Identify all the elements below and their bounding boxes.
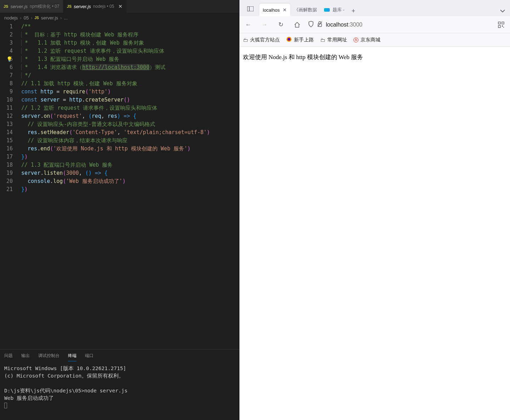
folder-icon: 🗀 <box>320 37 325 43</box>
reload-button[interactable]: ↻ <box>276 19 286 30</box>
code-line[interactable]: * 1.2 监听 request 请求事件，设置响应头和响应体 <box>21 47 239 55</box>
browser-toolbar: ← → ↻ localhost:3000 <box>239 16 510 33</box>
code-line[interactable]: // 1.1 加载 http 模块，创建 Web 服务对象 <box>21 80 239 88</box>
code-line[interactable]: // 1.3 配置端口号并启动 Web 服务 <box>21 161 239 169</box>
svg-rect-0 <box>247 6 254 11</box>
tab-label: 题库 - <box>333 7 345 13</box>
bookmark-jd[interactable]: 东 京东商城 <box>353 37 380 43</box>
tab-terminal[interactable]: 终端 <box>68 351 76 361</box>
url-port: :3000 <box>348 22 362 28</box>
close-icon[interactable]: ✕ <box>283 7 287 13</box>
chevron-right-icon: › <box>60 15 62 21</box>
tab-label: 《画解数据 <box>294 7 317 13</box>
jd-icon: 东 <box>353 38 358 42</box>
terminal-panel: 问题 输出 调试控制台 终端 端口 Microsoft Windows [版本 … <box>0 349 239 420</box>
bookmark-firefox-official[interactable]: 🗀 火狐官方站点 <box>243 37 280 43</box>
bookmark-label: 常用网址 <box>327 37 347 43</box>
browser-tab-strip: localhos ✕ 《画解数据 题库 - + <box>239 0 510 16</box>
tabs-overflow-button[interactable] <box>497 6 508 16</box>
breadcrumb[interactable]: nodejs › 05 › JS server.js › ... <box>0 13 239 23</box>
folder-icon: 🗀 <box>243 37 248 43</box>
svg-rect-4 <box>498 22 500 24</box>
tab-server-js-05[interactable]: JS server.js nodejs • 05 ✕ <box>63 0 127 13</box>
tab-server-js-07[interactable]: JS server.js npm模块化 • 07 <box>0 0 63 13</box>
new-tab-button[interactable]: + <box>348 6 359 16</box>
terminal-tabs: 问题 输出 调试控制台 终端 端口 <box>0 350 239 362</box>
svg-rect-5 <box>502 22 504 24</box>
tab-filename: server.js <box>74 4 91 9</box>
tab-ports[interactable]: 端口 <box>85 351 94 361</box>
breadcrumb-segment[interactable]: nodejs <box>4 15 18 21</box>
tab-filename: server.js <box>10 4 28 9</box>
chevron-right-icon: › <box>20 15 21 21</box>
svg-line-3 <box>318 22 322 27</box>
code-line[interactable]: * 目标：基于 http 模块创建 Web 服务程序 <box>21 31 239 39</box>
code-editor[interactable]: 123456789101112131415161718192021 /** * … <box>0 23 239 349</box>
chevron-right-icon: › <box>31 15 32 21</box>
breadcrumb-overflow[interactable]: ... <box>64 15 68 21</box>
tab-label: localhos <box>263 7 280 13</box>
code-line[interactable]: console.log('Web 服务启动成功了') <box>21 177 239 185</box>
svg-rect-6 <box>498 25 500 28</box>
breadcrumb-segment[interactable]: 05 <box>24 15 29 21</box>
browser-tab-2[interactable]: 《画解数据 <box>290 4 321 16</box>
back-button[interactable]: ← <box>243 19 254 30</box>
tab-context: npm模块化 • 07 <box>30 4 60 10</box>
code-line[interactable]: res.end('欢迎使用 Node.js 和 http 模块创建的 Web 服… <box>21 145 239 153</box>
browser-tab-localhost[interactable]: localhos ✕ <box>259 4 290 16</box>
code-line[interactable]: // 1.2 监听 request 请求事件，设置响应头和响应体 <box>21 104 239 112</box>
url-bar[interactable]: localhost:3000 <box>308 21 490 29</box>
browser-window: localhos ✕ 《画解数据 题库 - + ← → ↻ <box>239 0 510 420</box>
svg-point-10 <box>288 38 290 41</box>
code-line[interactable]: */ <box>21 71 239 80</box>
code-line[interactable]: server.listen(3000, () => { <box>21 169 239 177</box>
code-line[interactable]: // 设置响应头-内容类型-普通文本以及中文编码格式 <box>21 120 239 128</box>
code-line[interactable]: /** <box>21 23 239 31</box>
firefox-view-icon[interactable] <box>244 4 257 14</box>
tab-context: nodejs • 05 <box>93 4 114 9</box>
qr-button[interactable] <box>496 19 506 30</box>
code-line[interactable]: server.on('request', (req, res) => { <box>21 112 239 120</box>
code-line[interactable]: }) <box>21 185 239 194</box>
close-icon[interactable]: ✕ <box>118 4 123 9</box>
svg-rect-7 <box>502 25 503 27</box>
code-line[interactable]: * 1.1 加载 http 模块，创建 Web 服务对象 <box>21 39 239 47</box>
bookmark-common-urls[interactable]: 🗀 常用网址 <box>320 37 347 43</box>
code-line[interactable]: * 1.4 浏览器请求（http://localhost:3000）测试 <box>21 63 239 71</box>
code-content[interactable]: /** * 目标：基于 http 模块创建 Web 服务程序 * 1.1 加载 … <box>20 23 239 349</box>
js-icon: JS <box>34 16 39 20</box>
bookmarks-bar: 🗀 火狐官方站点 新手上路 🗀 常用网址 东 京东商城 <box>239 33 510 47</box>
code-line[interactable]: // 设置响应体内容，结束本次请求与响应 <box>21 137 239 145</box>
browser-tab-3[interactable]: 题库 - <box>321 4 348 16</box>
forward-button[interactable]: → <box>259 19 270 30</box>
vscode-editor: JS server.js npm模块化 • 07 JS server.js no… <box>0 0 239 420</box>
url-host: localhost <box>326 22 348 28</box>
tab-problems[interactable]: 问题 <box>4 351 13 361</box>
bookmark-label: 火狐官方站点 <box>250 37 280 43</box>
page-content: 欢迎使用 Node.js 和 http 模块创建的 Web 服务 <box>239 47 510 68</box>
tab-debug-console[interactable]: 调试控制台 <box>38 351 60 361</box>
line-gutter: 123456789101112131415161718192021 <box>0 23 20 349</box>
lightbulb-icon[interactable]: 💡 <box>6 55 12 63</box>
bookmark-getting-started[interactable]: 新手上路 <box>286 36 314 43</box>
js-icon: JS <box>4 4 8 8</box>
code-line[interactable]: res.setHeader('Content-Type', 'text/plai… <box>21 128 239 137</box>
terminal-body[interactable]: Microsoft Windows [版本 10.0.22621.2715] (… <box>0 362 239 420</box>
code-line[interactable]: }) <box>21 153 239 161</box>
js-icon: JS <box>67 4 72 8</box>
bookmark-label: 京东商城 <box>361 37 380 43</box>
shield-icon[interactable] <box>308 21 314 29</box>
svg-rect-1 <box>247 6 249 11</box>
code-line[interactable]: const http = require('http') <box>21 88 239 96</box>
breadcrumb-segment[interactable]: server.js <box>41 15 58 21</box>
editor-tabs: JS server.js npm模块化 • 07 JS server.js no… <box>0 0 239 13</box>
firefox-icon <box>286 36 292 43</box>
code-line[interactable]: 💡 * 1.3 配置端口号并启动 Web 服务 <box>21 55 239 63</box>
code-line[interactable]: const server = http.createServer() <box>21 96 239 104</box>
tab-output[interactable]: 输出 <box>21 351 30 361</box>
home-button[interactable] <box>292 19 302 30</box>
bookmark-label: 新手上路 <box>294 37 314 43</box>
favicon-icon <box>324 8 330 12</box>
lock-icon[interactable] <box>317 21 322 28</box>
svg-rect-8 <box>503 27 504 28</box>
